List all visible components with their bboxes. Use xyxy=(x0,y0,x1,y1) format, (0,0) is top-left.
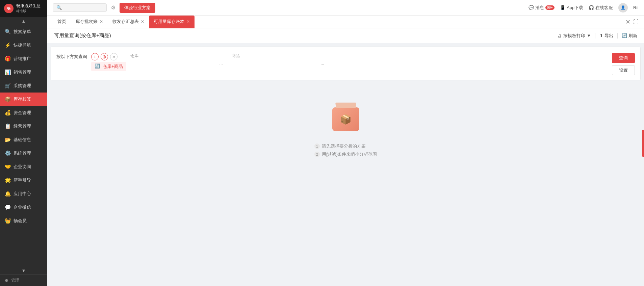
sidebar-header: 畅 畅康通好生意 标准版 xyxy=(0,0,47,17)
hint-1-number: 1 xyxy=(314,144,320,149)
scheme-item-label: 仓库+商品 xyxy=(103,63,123,70)
sidebar-scroll-up[interactable]: ▲ xyxy=(0,17,47,25)
sidebar-item-search[interactable]: 🔍 搜索菜单 xyxy=(0,25,47,38)
tab-batch-label: 库存批次账 xyxy=(76,19,98,25)
sidebar-icon-enterprise: 🤝 xyxy=(5,164,11,170)
sidebar-label-inventory: 库存核算 xyxy=(14,96,31,102)
sidebar-icon-search: 🔍 xyxy=(5,29,11,35)
page-header: 可用量查询(按仓库+商品) 🖨 按模板打印 ▼ ⬆ 导出 🔄 刷新 xyxy=(47,28,644,43)
sidebar-label-purchase: 采购管理 xyxy=(14,83,31,89)
sidebar-label-marketing: 营销推广 xyxy=(14,56,31,62)
action-divider-1 xyxy=(595,33,595,38)
sidebar-brand: 畅康通好生意 标准版 xyxy=(16,3,41,14)
tab-home[interactable]: 首页 xyxy=(53,16,71,28)
sidebar-item-shortcut[interactable]: ⚡ 快捷导航 xyxy=(0,38,47,52)
warehouse-field-input-container[interactable]: ··· xyxy=(130,60,225,68)
filter-settings-button[interactable]: 设置 xyxy=(612,65,635,75)
sidebar-label-member: 畅会员 xyxy=(14,218,27,224)
sidebar-scroll-down[interactable]: ▼ xyxy=(0,267,47,275)
tab-summary-close[interactable]: ✕ xyxy=(141,19,144,24)
sidebar-item-marketing[interactable]: 🎁 营销推广 xyxy=(0,52,47,66)
empty-hint-1: 1 请先选择要分析的方案 xyxy=(314,143,377,149)
sidebar-item-enterprise[interactable]: 🤝 企业协同 xyxy=(0,160,47,174)
sidebar-item-system[interactable]: ⚙️ 系统管理 xyxy=(0,147,47,160)
search-icon: 🔍 xyxy=(56,5,62,10)
product-input[interactable] xyxy=(234,61,319,67)
warehouse-input[interactable] xyxy=(132,61,217,67)
sidebar-icon-shortcut: ⚡ xyxy=(5,42,11,48)
scheme-item-warehouse-product[interactable]: 🔄 仓库+商品 xyxy=(91,62,126,71)
topbar: 🔍 ⚙ 体验行业方案 💬 消息 99+ 📱 App下载 🎧 在线客服 👤 Rit xyxy=(47,0,644,16)
sidebar-icon-purchase: 🛒 xyxy=(5,83,11,89)
topbar-right: 💬 消息 99+ 📱 App下载 🎧 在线客服 👤 Rit xyxy=(529,3,639,12)
topbar-search-container[interactable]: 🔍 xyxy=(53,3,107,12)
tabbar-actions: ✕ ⛶ xyxy=(625,18,639,26)
message-icon: 💬 xyxy=(529,5,534,10)
empty-box-icon: 📦 xyxy=(332,107,359,131)
sidebar-label-wechat: 企业微信 xyxy=(14,204,31,210)
filter-area: 按以下方案查询 + ⊕ « 🔄 仓库+商品 仓库 ··· xyxy=(51,47,641,80)
page-header-actions: 🖨 按模板打印 ▼ ⬆ 导出 🔄 刷新 xyxy=(558,33,637,39)
filter-right-actions: 查询 设置 xyxy=(612,52,635,75)
avatar-placeholder: 👤 xyxy=(621,5,625,10)
print-template-label: 按模板打印 xyxy=(563,33,585,39)
action-divider-2 xyxy=(617,33,618,38)
scheme-settings-button[interactable]: ⊕ xyxy=(101,53,108,60)
sidebar-item-appstore[interactable]: 🔔 应用中心 xyxy=(0,187,47,201)
sidebar-item-finance[interactable]: 💰 资金管理 xyxy=(0,106,47,120)
message-badge: 99+ xyxy=(545,5,555,10)
sidebar-icon-operations: 📋 xyxy=(5,123,11,129)
warehouse-more-icon[interactable]: ··· xyxy=(220,62,223,67)
tabbar-close-all-icon[interactable]: ✕ xyxy=(625,18,630,26)
topbar-search-input[interactable] xyxy=(64,5,98,10)
sidebar-item-operations[interactable]: 📋 经营管理 xyxy=(0,120,47,133)
topbar-gear-icon[interactable]: ⚙ xyxy=(111,4,115,11)
product-more-icon[interactable]: ··· xyxy=(321,62,324,67)
sidebar-item-onboarding[interactable]: 🌟 新手引导 xyxy=(0,174,47,187)
online-service-label: 在线客服 xyxy=(595,5,613,11)
print-icon: 🖨 xyxy=(558,33,562,38)
product-field-input-container[interactable]: ··· xyxy=(232,60,326,68)
refresh-button[interactable]: 🔄 刷新 xyxy=(622,33,637,39)
online-service-button[interactable]: 🎧 在线客服 xyxy=(589,5,613,11)
page-content: 可用量查询(按仓库+商品) 🖨 按模板打印 ▼ ⬆ 导出 🔄 刷新 xyxy=(47,28,644,286)
sidebar-item-sales[interactable]: 📊 销售管理 xyxy=(0,66,47,79)
tab-batch[interactable]: 库存批次账 ✕ xyxy=(71,16,108,28)
tab-batch-close[interactable]: ✕ xyxy=(100,19,103,24)
user-avatar[interactable]: 👤 xyxy=(618,3,628,12)
export-label: 导出 xyxy=(604,33,613,39)
sidebar-icon-basic: 📂 xyxy=(5,137,11,143)
sidebar-item-purchase[interactable]: 🛒 采购管理 xyxy=(0,79,47,93)
sidebar-icon-wechat: 💬 xyxy=(5,204,11,210)
app-download-button[interactable]: 📱 App下载 xyxy=(560,5,583,11)
sidebar-item-member[interactable]: 👑 畅会员 xyxy=(0,214,47,228)
tabbar-expand-icon[interactable]: ⛶ xyxy=(633,19,639,25)
sidebar-item-wechat[interactable]: 💬 企业微信 xyxy=(0,201,47,214)
tab-summary[interactable]: 收发存汇总表 ✕ xyxy=(108,16,149,28)
export-icon: ⬆ xyxy=(599,33,603,38)
sidebar-item-basic[interactable]: 📂 基础信息 xyxy=(0,133,47,147)
app-download-icon: 📱 xyxy=(560,5,565,10)
tab-available-close[interactable]: ✕ xyxy=(186,19,190,24)
scheme-item-icon: 🔄 xyxy=(95,63,101,70)
tab-available[interactable]: 可用量库存账本 ✕ xyxy=(149,16,195,28)
scheme-add-button[interactable]: + xyxy=(91,53,99,60)
message-label: 消息 xyxy=(535,5,544,11)
sidebar-label-system: 系统管理 xyxy=(14,150,31,156)
online-service-icon: 🎧 xyxy=(589,5,594,10)
sidebar-bottom: ⚙ 管理 xyxy=(0,275,47,286)
print-template-button[interactable]: 🖨 按模板打印 ▼ xyxy=(558,33,591,39)
query-button[interactable]: 查询 xyxy=(612,53,635,63)
sidebar-label-operations: 经营管理 xyxy=(14,123,31,129)
trial-button[interactable]: 体验行业方案 xyxy=(120,3,155,13)
right-scroll-indicator[interactable] xyxy=(642,130,644,157)
message-button[interactable]: 💬 消息 99+ xyxy=(529,5,555,11)
sidebar-item-inventory[interactable]: 📦 库存核算 xyxy=(0,93,47,106)
export-button[interactable]: ⬆ 导出 xyxy=(599,33,613,39)
hint-2-number: 2 xyxy=(314,152,320,157)
filter-scheme-actions: + ⊕ « xyxy=(91,53,126,60)
print-dropdown-icon[interactable]: ▼ xyxy=(587,33,591,38)
scheme-collapse-button[interactable]: « xyxy=(110,53,118,60)
sidebar-icon-finance: 💰 xyxy=(5,110,11,116)
empty-illustration: 📦 xyxy=(326,104,366,138)
